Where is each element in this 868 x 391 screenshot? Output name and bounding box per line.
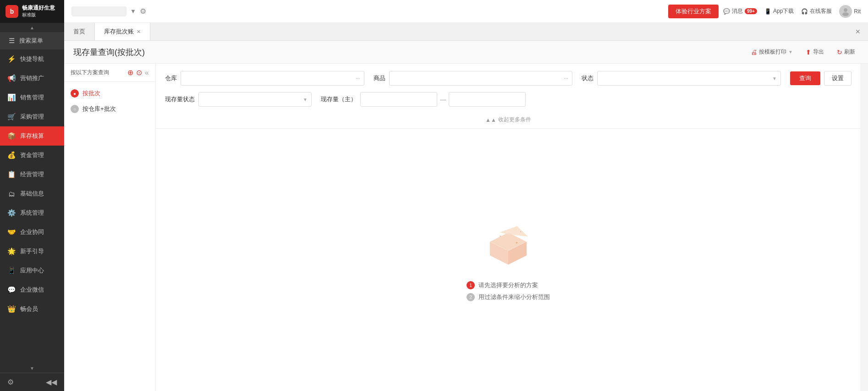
sidebar-header: b 畅康通好生意 标准版 xyxy=(0,0,64,23)
print-label: 按模板打印 xyxy=(759,48,786,56)
message-btn[interactable]: 💬 消息 99+ xyxy=(723,7,757,15)
left-panel-title: 按以下方案查询 xyxy=(71,69,109,76)
sidebar-item-enterprise-wechat[interactable]: 💬 企业微信 xyxy=(0,280,64,299)
sidebar-item-system-label: 系统管理 xyxy=(20,209,44,217)
export-icon: ⬆ xyxy=(806,49,811,56)
empty-illustration: ✦ ✦ ✦ xyxy=(481,219,536,274)
company-name: 畅康通好生意 xyxy=(22,5,55,12)
sidebar-item-operations-label: 经营管理 xyxy=(20,170,44,179)
settings-gear-icon[interactable]: ⚙ xyxy=(140,7,146,16)
add-scheme-icon[interactable]: ⊕ xyxy=(127,68,133,77)
status-select[interactable]: ▼ xyxy=(597,71,781,86)
collapse-row[interactable]: ▲▲ 收起更多条件 xyxy=(165,113,852,128)
warehouse-label: 仓库 xyxy=(165,74,177,82)
quick-nav-icon: ⚡ xyxy=(7,55,16,63)
stock-amount-min[interactable] xyxy=(360,92,437,107)
tab-home-label: 首页 xyxy=(73,27,85,36)
tab-close-icon[interactable]: ✕ xyxy=(137,29,141,35)
tip-text-2: 用过滤条件来缩小分析范围 xyxy=(478,293,550,301)
app-download-btn[interactable]: 📱 App下载 xyxy=(764,7,794,15)
print-icon: 🖨 xyxy=(751,49,757,56)
search-input[interactable] xyxy=(71,6,126,16)
try-industry-btn[interactable]: 体验行业方案 xyxy=(668,5,719,18)
stock-status-label: 现存量状态 xyxy=(165,95,195,103)
svg-text:✦: ✦ xyxy=(515,241,518,245)
sidebar-item-system[interactable]: ⚙️ 系统管理 xyxy=(0,203,64,223)
sidebar-item-vip[interactable]: 👑 畅会员 xyxy=(0,299,64,319)
collapse-left-icon[interactable]: « xyxy=(145,69,149,77)
scroll-down-btn[interactable]: ▼ xyxy=(0,364,64,373)
sidebar-item-new-guide[interactable]: 🌟 新手引导 xyxy=(0,242,64,261)
sidebar-item-sales[interactable]: 📊 销售管理 xyxy=(0,88,64,107)
sidebar-item-enterprise-collab[interactable]: 🤝 企业协同 xyxy=(0,223,64,242)
sidebar: b 畅康通好生意 标准版 ▲ ☰ 搜索菜单 ⚡ 快捷导航 📢 营销推广 📊 销售… xyxy=(0,0,64,391)
purchase-icon: 🛒 xyxy=(7,113,16,121)
sidebar-item-new-guide-label: 新手引导 xyxy=(20,247,44,255)
tab-home[interactable]: 首页 xyxy=(64,23,95,40)
filter-btn-group: 查询 设置 xyxy=(790,71,852,86)
sidebar-item-search[interactable]: ☰ 搜索菜单 xyxy=(0,32,64,49)
right-edge-panel xyxy=(861,64,868,391)
filter-warehouse: 仓库 ··· xyxy=(165,71,364,86)
sidebar-item-enterprise-collab-label: 企业协同 xyxy=(20,228,44,236)
stock-status-select[interactable]: ▼ xyxy=(198,92,312,107)
headset-icon: 🎧 xyxy=(801,8,808,15)
sidebar-item-app-center[interactable]: 📱 应用中心 xyxy=(0,261,64,280)
sidebar-item-enterprise-wechat-label: 企业微信 xyxy=(20,286,44,294)
inventory-icon: 📦 xyxy=(7,132,16,140)
settings-icon[interactable]: ⚙ xyxy=(7,378,14,386)
tab-panel-close-icon[interactable]: ✕ xyxy=(855,28,861,35)
filter-product: 商品 ··· xyxy=(374,71,573,86)
print-dropdown-icon[interactable]: ▼ xyxy=(788,49,793,54)
body-split: 按以下方案查询 ⊕ ⊙ « ● 按批次 ○ 按仓库+批次 xyxy=(64,64,868,391)
sidebar-item-basic[interactable]: 🗂 基础信息 xyxy=(0,184,64,203)
filter-stock-amount: 现存量（主） — xyxy=(321,92,467,107)
warehouse-input[interactable]: ··· xyxy=(181,71,364,86)
scroll-up-btn[interactable]: ▲ xyxy=(0,23,64,32)
user-area[interactable]: Rit xyxy=(839,5,861,18)
sidebar-item-finance-label: 资金管理 xyxy=(20,151,44,159)
print-btn[interactable]: 🖨 按模板打印 ▼ xyxy=(747,46,797,58)
export-btn[interactable]: ⬆ 导出 xyxy=(802,46,828,58)
sidebar-item-operations[interactable]: 📋 经营管理 xyxy=(0,165,64,184)
scheme-by-batch[interactable]: ● 按批次 xyxy=(64,86,155,101)
product-label: 商品 xyxy=(374,74,385,82)
collapse-sidebar-icon[interactable]: ◀◀ xyxy=(46,378,57,386)
empty-tips: 1 请先选择要分析的方案 2 用过滤条件来缩小分析范围 xyxy=(467,281,550,301)
query-btn[interactable]: 查询 xyxy=(790,71,820,85)
sidebar-footer: ⚙ ◀◀ xyxy=(0,373,64,391)
empty-tip-1: 1 请先选择要分析的方案 xyxy=(467,281,550,289)
search-menu-icon: ☰ xyxy=(7,37,16,45)
topbar-left: ▼ ⚙ xyxy=(71,6,146,16)
sidebar-item-marketing[interactable]: 📢 营销推广 xyxy=(0,69,64,88)
refresh-btn[interactable]: ↻ 刷新 xyxy=(833,46,859,58)
sidebar-item-purchase[interactable]: 🛒 采购管理 xyxy=(0,107,64,126)
filter-row-1: 仓库 ··· 商品 ··· xyxy=(165,71,852,86)
sidebar-item-purchase-label: 采购管理 xyxy=(20,113,44,121)
page-title: 现存量查询(按批次) xyxy=(73,47,145,58)
empty-tip-2: 2 用过滤条件来缩小分析范围 xyxy=(467,293,550,301)
sidebar-item-app-center-label: 应用中心 xyxy=(20,266,44,275)
sidebar-item-inventory[interactable]: 📦 库存核算 xyxy=(0,126,64,146)
product-input[interactable]: ··· xyxy=(389,71,573,86)
sidebar-item-quick-nav[interactable]: ⚡ 快捷导航 xyxy=(0,49,64,69)
status-chevron-icon: ▼ xyxy=(772,76,777,81)
dropdown-icon[interactable]: ▼ xyxy=(130,8,136,15)
tab-inventory-batch[interactable]: 库存批次账 ✕ xyxy=(95,23,150,40)
stock-amount-range: — xyxy=(360,92,526,107)
stock-amount-max[interactable] xyxy=(449,92,526,107)
left-panel: 按以下方案查询 ⊕ ⊙ « ● 按批次 ○ 按仓库+批次 xyxy=(64,64,156,391)
left-panel-header: 按以下方案查询 ⊕ ⊙ « xyxy=(64,64,155,82)
message-label: 消息 xyxy=(732,7,743,15)
tab-inventory-batch-label: 库存批次账 xyxy=(104,27,134,36)
svg-point-1 xyxy=(842,12,849,16)
scheme-settings-icon[interactable]: ⊙ xyxy=(136,68,142,77)
marketing-icon: 📢 xyxy=(7,74,16,82)
sidebar-item-finance[interactable]: 💰 资金管理 xyxy=(0,146,64,165)
left-panel-body: ● 按批次 ○ 按仓库+批次 xyxy=(64,82,155,391)
scheme-by-warehouse-batch[interactable]: ○ 按仓库+批次 xyxy=(64,101,155,117)
online-service-btn[interactable]: 🎧 在线客服 xyxy=(801,7,832,15)
filter-settings-btn[interactable]: 设置 xyxy=(824,71,852,86)
stock-amount-label: 现存量（主） xyxy=(321,95,357,103)
app-center-icon: 📱 xyxy=(7,266,16,275)
